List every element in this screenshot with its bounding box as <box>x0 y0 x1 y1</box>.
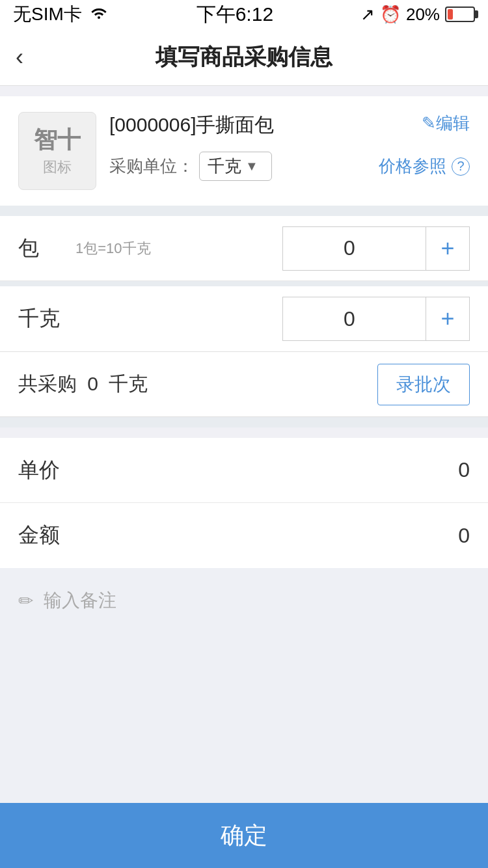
battery-percent: 20% <box>406 5 440 25</box>
nav-bar: ‹ 填写商品采购信息 <box>0 29 488 86</box>
info-section: 单价 0 金额 0 <box>0 438 488 568</box>
price-label: 单价 <box>18 456 60 485</box>
page-title: 填写商品采购信息 <box>156 42 332 72</box>
alarm-icon: ⏰ <box>380 5 401 25</box>
product-info: [0000006]手撕面包 ✎编辑 采购单位： 千克 ▼ 价格参照 ? <box>109 112 470 181</box>
price-value: 0 <box>458 458 470 482</box>
status-left: 无SIM卡 <box>13 2 109 27</box>
kilogram-quantity-input[interactable] <box>282 297 426 341</box>
battery-icon <box>445 7 475 22</box>
summary-row: 共采购 0 千克 录批次 <box>0 352 488 417</box>
unit-label: 采购单位： <box>109 155 194 178</box>
package-plus-button[interactable]: + <box>426 226 470 271</box>
note-placeholder: 输入备注 <box>44 588 116 613</box>
edit-button[interactable]: ✎编辑 <box>422 112 470 135</box>
price-row: 单价 0 <box>0 438 488 503</box>
back-button[interactable]: ‹ <box>16 44 23 71</box>
carrier-label: 无SIM卡 <box>13 2 82 27</box>
status-time: 下午6:12 <box>197 1 273 28</box>
amount-row: 金额 0 <box>0 503 488 568</box>
unit-select[interactable]: 千克 ▼ <box>199 152 272 181</box>
kilogram-label: 千克 <box>18 305 70 333</box>
batch-record-button[interactable]: 录批次 <box>377 364 470 405</box>
kilogram-input-section: 千克 + <box>0 281 488 351</box>
pencil-icon: ✏ <box>18 590 33 612</box>
product-image: 智十 图标 <box>18 112 96 190</box>
package-input-section: 包 1包=10千克 + <box>0 216 488 281</box>
kilogram-plus-button[interactable]: + <box>426 297 470 341</box>
amount-label: 金额 <box>18 521 60 550</box>
section-divider-1 <box>0 206 488 216</box>
wifi-icon <box>88 4 109 25</box>
price-ref-help-icon[interactable]: ? <box>452 157 470 176</box>
status-bar: 无SIM卡 下午6:12 ↗ ⏰ 20% <box>0 0 488 29</box>
package-label: 包 <box>18 234 70 263</box>
confirm-button[interactable]: 确定 <box>0 803 488 868</box>
kilogram-input-control: + <box>282 297 470 341</box>
product-name: [0000006]手撕面包 <box>109 112 274 139</box>
note-section[interactable]: ✏ 输入备注 <box>0 568 488 633</box>
package-input-row: 包 1包=10千克 + <box>0 216 488 281</box>
package-input-control: + <box>282 226 470 271</box>
price-ref-button[interactable]: 价格参照 ? <box>379 155 470 178</box>
product-card: 智十 图标 [0000006]手撕面包 ✎编辑 采购单位： 千克 ▼ 价格参照 … <box>0 96 488 206</box>
package-quantity-input[interactable] <box>282 226 426 271</box>
amount-value: 0 <box>458 524 470 548</box>
kilogram-input-row: 千克 + <box>0 286 488 351</box>
location-icon: ↗ <box>360 5 375 25</box>
summary-text: 共采购 0 千克 <box>18 371 148 398</box>
section-divider-3 <box>0 417 488 427</box>
status-right: ↗ ⏰ 20% <box>360 5 475 25</box>
package-sub-label: 1包=10千克 <box>75 239 282 258</box>
chevron-down-icon: ▼ <box>245 159 258 174</box>
